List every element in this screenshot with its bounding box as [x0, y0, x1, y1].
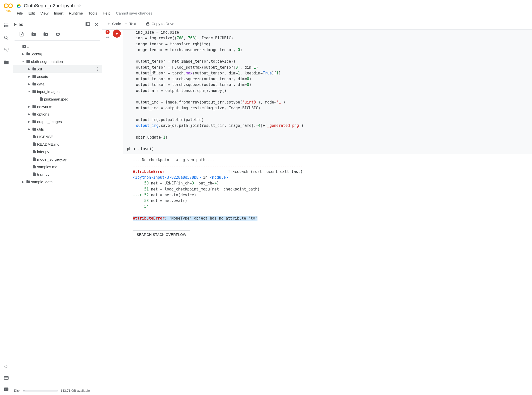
menu-file[interactable]: File: [17, 11, 23, 15]
chevron-icon[interactable]: ▶: [27, 75, 32, 78]
tree-item-data[interactable]: ▶data: [13, 80, 102, 88]
search-stackoverflow-button[interactable]: SEARCH STACK OVERFLOW: [133, 230, 190, 239]
run-cell-button[interactable]: [113, 30, 121, 38]
variables-icon[interactable]: {x}: [4, 48, 9, 53]
tree-item-label: infer.py: [37, 150, 49, 154]
file-icon: [32, 157, 37, 161]
add-code-button[interactable]: ＋ Code: [107, 21, 121, 26]
upload-file-icon[interactable]: [19, 32, 24, 38]
tree-item-output-images[interactable]: ▶output_images: [13, 118, 102, 125]
folder-icon: [32, 82, 37, 86]
mount-drive-icon[interactable]: [43, 32, 48, 38]
file-tree[interactable]: .. ▶.config▼cloth-segmentation▶.git⋮▶ass…: [13, 41, 102, 386]
svg-line-10: [7, 39, 8, 40]
folder-icon: [26, 59, 31, 64]
tree-item-label: utils: [37, 127, 44, 131]
tree-item-label: README.md: [37, 142, 59, 146]
tree-item-label: assets: [37, 74, 48, 79]
menu-runtime[interactable]: Runtime: [69, 11, 83, 15]
file-icon: [32, 164, 37, 169]
refresh-icon[interactable]: [31, 32, 36, 38]
svg-point-6: [4, 24, 5, 24]
chevron-icon[interactable]: ▶: [27, 105, 32, 108]
code-snippets-icon[interactable]: <>: [4, 364, 9, 369]
tree-item-license[interactable]: LICENSE: [13, 133, 102, 140]
chevron-icon[interactable]: ▼: [27, 90, 32, 93]
chevron-icon[interactable]: ▶: [27, 82, 32, 86]
disk-available: 143.71 GB available: [60, 389, 90, 392]
tree-item-label: samples.md: [37, 165, 57, 169]
cannot-save-notice[interactable]: Cannot save changes: [116, 11, 152, 15]
file-icon: [39, 97, 44, 101]
menu-edit[interactable]: Edit: [28, 11, 35, 15]
chevron-icon[interactable]: ▶: [21, 52, 26, 56]
code-editor[interactable]: img_size = img.size img = img.resize((76…: [123, 30, 532, 154]
folder-icon: [26, 179, 31, 184]
tree-up[interactable]: ..: [13, 43, 102, 50]
tree-item-label: cloth-segmentation: [31, 59, 63, 64]
notebook-title[interactable]: ClothSegm_u2net.ipynb: [24, 3, 75, 9]
copy-to-drive-button[interactable]: Copy to Drive: [145, 22, 174, 26]
tree-item-readme-md[interactable]: README.md: [13, 140, 102, 148]
tree-item--git[interactable]: ▶.git⋮: [13, 65, 102, 73]
drive-icon: [16, 3, 21, 8]
tree-item-train-py[interactable]: train.py: [13, 170, 102, 178]
tree-item-samples-md[interactable]: samples.md: [13, 163, 102, 170]
svg-point-7: [4, 25, 5, 26]
code-cell[interactable]: ! 1s img_size = img.size img = img.resiz…: [102, 30, 532, 239]
disk-bar: [23, 390, 58, 391]
menu-insert[interactable]: Insert: [54, 11, 63, 15]
tree-item-label: data: [37, 82, 44, 86]
tree-item--config[interactable]: ▶.config: [13, 50, 102, 58]
tree-item-label: options: [37, 112, 49, 116]
command-palette-icon[interactable]: [4, 376, 9, 380]
search-icon[interactable]: [4, 35, 9, 41]
chevron-icon[interactable]: ▶: [27, 113, 32, 116]
chevron-icon[interactable]: ▶: [27, 120, 32, 123]
folder-icon: [32, 74, 37, 79]
folder-icon: [32, 119, 37, 124]
more-icon[interactable]: ⋮: [96, 67, 100, 71]
chevron-icon[interactable]: ▶: [21, 180, 26, 183]
tree-item-cloth-segmentation[interactable]: ▼cloth-segmentation: [13, 58, 102, 65]
close-panel-icon[interactable]: ✕: [94, 22, 99, 28]
tree-up-label: ..: [27, 44, 29, 49]
files-panel-title: Files: [14, 22, 23, 27]
chevron-icon[interactable]: ▶: [27, 67, 32, 71]
files-rail-icon[interactable]: [4, 60, 9, 65]
folder-icon: [32, 89, 37, 94]
tree-item-input-images[interactable]: ▼input_images: [13, 88, 102, 95]
tree-item-infer-py[interactable]: infer.py: [13, 148, 102, 155]
tree-item-label: input_images: [37, 89, 59, 94]
add-text-button[interactable]: ＋ Text: [124, 21, 136, 26]
tree-item-networks[interactable]: ▶networks: [13, 103, 102, 110]
tree-item-label: train.py: [37, 172, 49, 176]
tree-item-options[interactable]: ▶options: [13, 110, 102, 118]
tree-item-model-surgery-py[interactable]: model_surgery.py: [13, 155, 102, 163]
disk-label: Disk: [14, 389, 20, 392]
tree-item-assets[interactable]: ▶assets: [13, 73, 102, 80]
star-icon[interactable]: ☆: [77, 3, 81, 9]
tree-item-piskaman-jpeg[interactable]: piskaman.jpeg: [13, 95, 102, 103]
file-icon: [32, 142, 37, 146]
chevron-icon[interactable]: ▶: [27, 128, 32, 131]
tree-tooltip: .git: [150, 69, 158, 74]
terminal-icon[interactable]: >_: [4, 387, 9, 391]
tree-item-utils[interactable]: ▶utils: [13, 125, 102, 133]
menu-view[interactable]: View: [40, 11, 48, 15]
menu-help[interactable]: Help: [103, 11, 111, 15]
toc-icon[interactable]: [4, 23, 9, 28]
tree-item-label: .git: [37, 67, 42, 71]
svg-rect-16: [86, 23, 87, 26]
folder-icon: [32, 127, 37, 131]
chevron-icon[interactable]: ▼: [21, 60, 26, 63]
cell-toolbar: ＋ Code ＋ Text Copy to Drive: [102, 18, 532, 30]
header-view-icon[interactable]: [85, 22, 90, 28]
tree-item-label: sample_data: [31, 180, 53, 184]
menu-tools[interactable]: Tools: [88, 11, 97, 15]
tree-item-label: piskaman.jpeg: [44, 97, 68, 101]
folder-icon: [32, 104, 37, 109]
file-icon: [32, 134, 37, 139]
tree-item-sample-data[interactable]: ▶sample_data: [13, 178, 102, 185]
toggle-hidden-icon[interactable]: [55, 32, 61, 38]
